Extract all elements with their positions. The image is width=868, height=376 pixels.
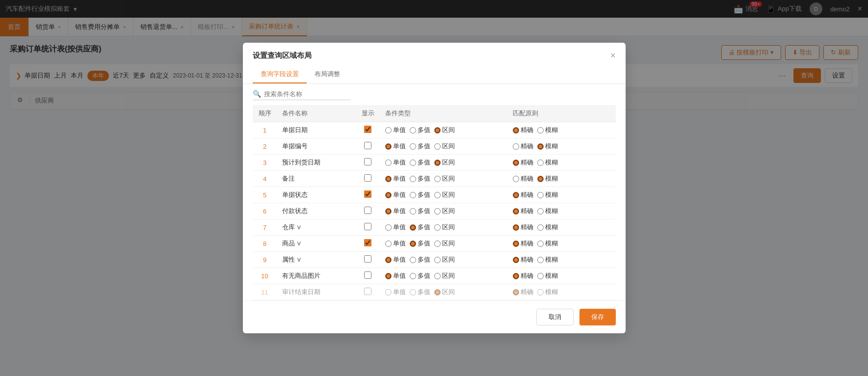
match-exact-input[interactable]	[513, 176, 519, 182]
type-multi-radio[interactable]: 多值	[410, 239, 430, 248]
match-fuzzy-input[interactable]	[537, 127, 544, 134]
type-range-radio[interactable]: 区间	[434, 142, 455, 151]
match-fuzzy-input[interactable]	[537, 208, 544, 215]
row-display[interactable]	[356, 187, 380, 203]
type-multi-input[interactable]	[410, 208, 416, 215]
match-fuzzy-input[interactable]	[537, 160, 544, 166]
type-multi-radio[interactable]: 多值	[410, 142, 430, 151]
match-fuzzy-input[interactable]	[537, 192, 544, 198]
match-fuzzy-radio[interactable]: 模糊	[537, 207, 558, 215]
type-range-input[interactable]	[434, 127, 441, 134]
match-exact-input[interactable]	[513, 143, 519, 150]
type-multi-radio[interactable]: 多值	[410, 207, 430, 215]
match-fuzzy-radio[interactable]: 模糊	[537, 126, 558, 134]
type-range-input[interactable]	[434, 176, 441, 182]
save-button[interactable]: 保存	[579, 309, 616, 325]
match-exact-input[interactable]	[513, 224, 519, 231]
type-single-input[interactable]	[385, 176, 392, 182]
type-range-input[interactable]	[434, 143, 441, 150]
search-input[interactable]	[264, 90, 342, 98]
row-display[interactable]	[356, 268, 380, 284]
type-single-input[interactable]	[385, 208, 392, 215]
type-range-input[interactable]	[434, 224, 441, 231]
type-multi-input[interactable]	[410, 143, 416, 150]
match-exact-radio[interactable]: 精确	[513, 271, 533, 280]
match-fuzzy-radio[interactable]: 模糊	[537, 174, 558, 183]
row-display[interactable]	[356, 219, 380, 236]
display-checkbox[interactable]	[364, 255, 371, 263]
type-single-input[interactable]	[385, 224, 392, 231]
type-multi-radio[interactable]: 多值	[410, 255, 430, 264]
match-exact-input[interactable]	[513, 273, 519, 279]
match-exact-radio[interactable]: 精确	[513, 158, 533, 167]
match-fuzzy-radio[interactable]: 模糊	[537, 288, 558, 296]
type-multi-input[interactable]	[410, 160, 416, 166]
row-display[interactable]	[356, 122, 380, 138]
type-multi-radio[interactable]: 多值	[410, 288, 430, 296]
row-display[interactable]	[356, 155, 380, 171]
type-multi-input[interactable]	[410, 192, 416, 198]
match-fuzzy-input[interactable]	[537, 289, 544, 295]
display-checkbox[interactable]	[364, 288, 371, 295]
display-checkbox[interactable]	[364, 239, 371, 246]
match-fuzzy-input[interactable]	[537, 241, 544, 247]
cancel-button[interactable]: 取消	[536, 309, 574, 325]
type-range-radio[interactable]: 区间	[434, 255, 455, 264]
type-multi-input[interactable]	[410, 224, 416, 231]
type-single-radio[interactable]: 单值	[385, 190, 406, 199]
match-exact-radio[interactable]: 精确	[513, 174, 533, 183]
type-single-radio[interactable]: 单值	[385, 239, 406, 248]
match-exact-input[interactable]	[513, 208, 519, 215]
match-exact-input[interactable]	[513, 127, 519, 134]
type-multi-input[interactable]	[410, 273, 416, 279]
match-fuzzy-input[interactable]	[537, 273, 544, 279]
row-display[interactable]	[356, 236, 380, 252]
type-range-input[interactable]	[434, 289, 441, 295]
type-single-radio[interactable]: 单值	[385, 271, 406, 280]
type-single-input[interactable]	[385, 241, 392, 247]
match-exact-radio[interactable]: 精确	[513, 255, 533, 264]
match-exact-radio[interactable]: 精确	[513, 190, 533, 199]
match-exact-input[interactable]	[513, 257, 519, 263]
match-fuzzy-radio[interactable]: 模糊	[537, 158, 558, 167]
type-single-input[interactable]	[385, 257, 392, 263]
type-multi-input[interactable]	[410, 176, 416, 182]
display-checkbox[interactable]	[364, 223, 371, 230]
row-display[interactable]	[356, 252, 380, 268]
display-checkbox[interactable]	[364, 158, 371, 165]
type-single-input[interactable]	[385, 192, 392, 198]
match-exact-input[interactable]	[513, 241, 519, 247]
type-range-radio[interactable]: 区间	[434, 271, 455, 280]
row-display[interactable]	[356, 284, 380, 300]
match-exact-radio[interactable]: 精确	[513, 142, 533, 151]
match-fuzzy-input[interactable]	[537, 224, 544, 231]
type-multi-input[interactable]	[410, 257, 416, 263]
type-single-radio[interactable]: 单值	[385, 174, 406, 183]
match-exact-input[interactable]	[513, 160, 519, 166]
match-fuzzy-radio[interactable]: 模糊	[537, 223, 558, 232]
match-exact-radio[interactable]: 精确	[513, 288, 533, 296]
display-checkbox[interactable]	[364, 190, 371, 198]
type-range-radio[interactable]: 区间	[434, 207, 455, 215]
type-range-input[interactable]	[434, 160, 441, 166]
type-multi-radio[interactable]: 多值	[410, 126, 430, 134]
type-single-input[interactable]	[385, 143, 392, 150]
type-range-input[interactable]	[434, 208, 441, 215]
type-range-radio[interactable]: 区间	[434, 239, 455, 248]
match-fuzzy-input[interactable]	[537, 257, 544, 263]
modal-close-button[interactable]: ×	[610, 51, 616, 61]
match-fuzzy-input[interactable]	[537, 143, 544, 150]
match-exact-radio[interactable]: 精确	[513, 207, 533, 215]
type-single-input[interactable]	[385, 289, 392, 295]
type-multi-radio[interactable]: 多值	[410, 158, 430, 167]
type-single-radio[interactable]: 单值	[385, 255, 406, 264]
type-range-input[interactable]	[434, 273, 441, 279]
type-range-input[interactable]	[434, 257, 441, 263]
display-checkbox[interactable]	[364, 126, 371, 133]
match-fuzzy-radio[interactable]: 模糊	[537, 142, 558, 151]
type-multi-radio[interactable]: 多值	[410, 190, 430, 199]
match-fuzzy-input[interactable]	[537, 176, 544, 182]
type-range-radio[interactable]: 区间	[434, 223, 455, 232]
match-exact-input[interactable]	[513, 289, 519, 295]
row-display[interactable]	[356, 138, 380, 155]
